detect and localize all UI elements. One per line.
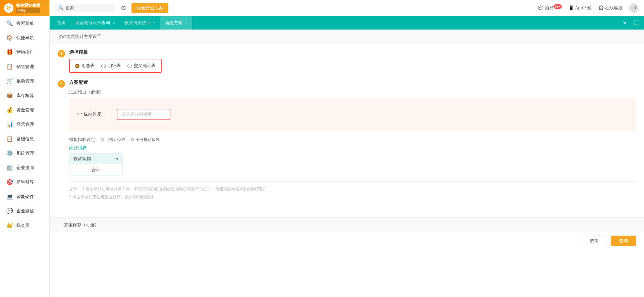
topbar: 🔍 ⚙ 体验行业方案 💬 消息 99+ 📱 App下载 🎧 在线客服 用 bbox=[50, 0, 644, 16]
template-radio-cross[interactable] bbox=[127, 64, 132, 68]
search-input[interactable] bbox=[66, 6, 106, 10]
bottom-action-bar: 取消 查询 bbox=[50, 232, 644, 250]
step1-title: 选择模板 bbox=[69, 49, 636, 55]
no-drag-label: 不可拖动位置 bbox=[136, 137, 160, 143]
support-btn[interactable]: 🎧 在线客服 bbox=[598, 5, 623, 11]
template-radio-summary[interactable] bbox=[75, 64, 79, 68]
logo-icon: 好 bbox=[4, 3, 13, 13]
building-icon: 🏢 bbox=[6, 164, 13, 171]
tab-home[interactable]: 首页 bbox=[52, 16, 70, 30]
step2-block: 2 方案配置 汇总维度（必选） * * 纵向维度 — 请选择分组维度 bbox=[58, 80, 636, 205]
metrics-table-header[interactable]: 收款金额 ▾ bbox=[69, 154, 122, 164]
tab-new-plan[interactable]: 新建方案 × bbox=[160, 16, 192, 30]
template-option-summary[interactable]: 汇总表 bbox=[75, 63, 95, 69]
download-icon: 📱 bbox=[569, 5, 574, 10]
sidebar-item-marketing[interactable]: 🎁 营销推广 bbox=[0, 45, 49, 59]
form-section: 1 选择模板 汇总表 明细表 bbox=[50, 44, 644, 217]
sidebar-label-basic: 基础信息 bbox=[16, 136, 34, 142]
template-label-summary: 汇总表 bbox=[82, 63, 95, 69]
metrics-label-title: 统计指标 bbox=[69, 145, 636, 151]
avatar-text: 用 bbox=[632, 5, 636, 10]
template-label-detail: 明细表 bbox=[108, 63, 121, 69]
sidebar-item-corp[interactable]: 🏢 企业协同 bbox=[0, 160, 49, 175]
no-drag-dot bbox=[131, 138, 134, 141]
save-checkbox[interactable] bbox=[58, 223, 62, 227]
template-option-cross[interactable]: 交叉统计表 bbox=[127, 63, 156, 69]
sidebar-item-ops[interactable]: 📊 经营管理 bbox=[0, 117, 49, 132]
sidebar-label-search: 搜索菜单 bbox=[16, 20, 34, 27]
sidebar-item-hardware[interactable]: 💻 智能硬件 bbox=[0, 189, 49, 204]
cancel-button[interactable]: 取消 bbox=[582, 236, 607, 246]
tab-new-plan-close[interactable]: × bbox=[185, 20, 187, 25]
template-selector: 汇总表 明细表 交叉统计表 bbox=[69, 59, 162, 73]
sidebar-item-quick-nav[interactable]: 🏠 快捷导航 bbox=[0, 31, 49, 45]
sidebar-item-purchase[interactable]: 🛒 采购管理 bbox=[0, 74, 49, 88]
tab-new-plan-label: 新建方案 bbox=[165, 20, 182, 26]
sidebar-item-sales[interactable]: 📋 销售管理 bbox=[0, 59, 49, 74]
logo-badge: 标准版 bbox=[16, 8, 40, 13]
notification-badge: 99+ bbox=[553, 4, 562, 9]
tab-stats[interactable]: 收款情况统计 × bbox=[120, 16, 160, 30]
sidebar-item-guide[interactable]: 🎯 新手引导 bbox=[0, 175, 49, 189]
sidebar-item-search[interactable]: 🔍 搜索菜单 bbox=[0, 16, 49, 31]
tab-cashflow-close[interactable]: × bbox=[113, 20, 115, 25]
tab-stats-label: 收款情况统计 bbox=[124, 20, 151, 26]
query-button[interactable]: 查询 bbox=[611, 236, 636, 246]
sidebar-item-inventory[interactable]: 📦 库存核算 bbox=[0, 88, 49, 103]
sidebar-label-ops: 经营管理 bbox=[16, 121, 34, 128]
dimension-section-title: 汇总维度（必选） bbox=[69, 89, 636, 95]
topbar-right: 💬 消息 99+ 📱 App下载 🎧 在线客服 用 bbox=[538, 3, 639, 13]
crown-icon: 👑 bbox=[6, 222, 13, 229]
notification-btn[interactable]: 💬 消息 99+ bbox=[538, 5, 562, 11]
save-option-label[interactable]: 方案保存（可选） bbox=[58, 222, 99, 228]
sidebar-label-marketing: 营销推广 bbox=[16, 49, 34, 55]
industry-btn[interactable]: 体验行业方案 bbox=[131, 3, 168, 13]
template-option-detail[interactable]: 明细表 bbox=[101, 63, 121, 69]
dimension-dropdown[interactable]: 请选择分组维度 bbox=[117, 109, 170, 120]
template-radio-group: 汇总表 明细表 交叉统计表 bbox=[75, 63, 156, 69]
sidebar-item-member[interactable]: 👑 畅会员 bbox=[0, 218, 49, 233]
required-star: * bbox=[77, 112, 79, 117]
draggable-indicator: 可拖动位置 bbox=[101, 137, 125, 143]
hint-line1: 提示： 1.拖动标题栏可以调整布局，不可跨维度或指标区域拖动栏目段(只能在同一维… bbox=[69, 186, 636, 193]
vertical-dimension-label: * * 纵向维度 bbox=[77, 111, 101, 117]
sidebar-label-quick-nav: 快捷导航 bbox=[16, 35, 34, 41]
settings-icon[interactable]: ⚙ bbox=[121, 4, 126, 12]
metrics-table: 收款金额 ▾ 合计 bbox=[69, 153, 123, 176]
step1-num: 1 bbox=[58, 50, 65, 57]
template-radio-detail[interactable] bbox=[101, 64, 106, 68]
hint-text: 提示： 1.拖动标题栏可以调整布局，不可跨维度或指标区域拖动栏目段(只能在同一维… bbox=[69, 186, 636, 201]
sidebar-label-guide: 新手引导 bbox=[16, 179, 34, 185]
tab-stats-close[interactable]: × bbox=[153, 20, 156, 25]
gear-icon: ⚙️ bbox=[6, 150, 13, 156]
sidebar-item-basic[interactable]: 📋 基础信息 bbox=[0, 132, 49, 146]
avatar[interactable]: 用 bbox=[629, 3, 639, 13]
sidebar-label-inventory: 库存核算 bbox=[16, 93, 34, 99]
search-icon: 🔍 bbox=[6, 20, 13, 27]
target-icon: 🎯 bbox=[6, 179, 13, 185]
dimension-area: * * 纵向维度 — 请选择分组维度 bbox=[69, 98, 636, 131]
tabs-expand-btn[interactable]: ⛶ bbox=[632, 18, 641, 28]
sidebar-item-finance[interactable]: 💰 资金管理 bbox=[0, 103, 49, 117]
download-btn[interactable]: 📱 App下载 bbox=[569, 5, 592, 11]
sidebar-item-system[interactable]: ⚙️ 系统管理 bbox=[0, 146, 49, 160]
search-box[interactable]: 🔍 bbox=[55, 4, 115, 12]
tabs-close-all-btn[interactable]: ✕ bbox=[620, 18, 629, 28]
step2-content: 方案配置 汇总维度（必选） * * 纵向维度 — 请选择分组维度 bbox=[69, 80, 636, 205]
tab-cashflow[interactable]: 现金银行流水查询 × bbox=[70, 16, 120, 30]
money-icon: 💰 bbox=[6, 107, 13, 113]
hint-line2: 2.点击标题栏下拉可设置排序、插入列和删除列 bbox=[69, 194, 636, 201]
metrics-header: 模板指标设定 可拖动位置 不可拖动位置 bbox=[69, 137, 636, 143]
dimension-row: * * 纵向维度 — 请选择分组维度 bbox=[77, 109, 170, 120]
sidebar-label-hardware: 智能硬件 bbox=[16, 194, 34, 200]
step1-content: 选择模板 汇总表 明细表 bbox=[69, 49, 636, 73]
sidebar-item-wechat[interactable]: 💬 企业微信 bbox=[0, 204, 49, 218]
step2-num: 2 bbox=[58, 80, 65, 88]
metrics-chevron-icon[interactable]: ▾ bbox=[116, 156, 118, 161]
save-option-text: 方案保存（可选） bbox=[64, 222, 99, 228]
info-icon: 📋 bbox=[6, 136, 13, 142]
template-label-cross: 交叉统计表 bbox=[134, 63, 156, 69]
main-area: 🔍 ⚙ 体验行业方案 💬 消息 99+ 📱 App下载 🎧 在线客服 用 bbox=[50, 0, 644, 297]
notification-label: 消息 bbox=[545, 5, 553, 11]
sidebar-label-sales: 销售管理 bbox=[16, 64, 34, 70]
